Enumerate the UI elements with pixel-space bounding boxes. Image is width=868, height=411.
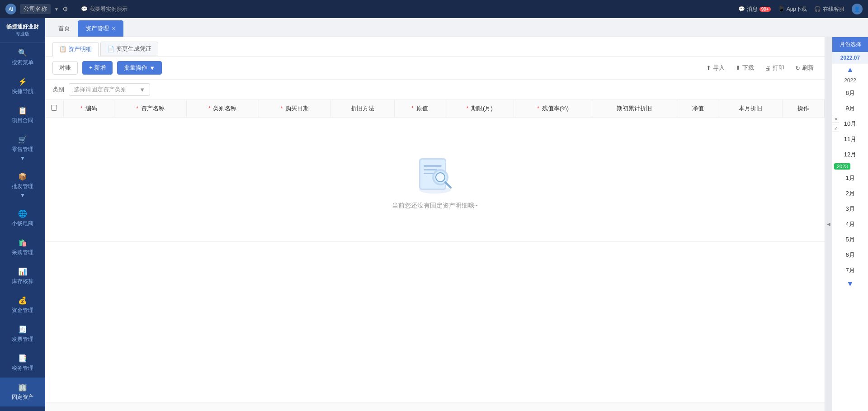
month-2022-08[interactable]: 8月 — [832, 85, 868, 101]
col-residual-rate: * 残值率(%) — [514, 100, 592, 118]
sidebar-item-fixed-assets[interactable]: 🏢 固定资产 — [0, 378, 45, 406]
col-code-label: 编码 — [85, 105, 97, 112]
sidebar-item-quick-nav[interactable]: ⚡ 快捷导航 — [0, 72, 45, 101]
month-2022-11[interactable]: 11月 — [832, 132, 868, 147]
message-icon: 💬 — [738, 6, 745, 12]
import-label: 导入 — [713, 64, 725, 72]
header-left: Ai 公司名称 ▼ ⚙ 💬 我要看实例演示 — [5, 4, 127, 14]
empty-state: 当前您还没有固定资产明细哦~ — [51, 122, 819, 237]
month-2022-12[interactable]: 12月 — [832, 147, 868, 162]
demo-link[interactable]: 💬 我要看实例演示 — [81, 5, 127, 13]
wholesale-icon: 📦 — [18, 172, 27, 181]
sub-tab-voucher-label: 变更生成凭证 — [116, 45, 151, 53]
col-depreciation-method: 折旧方法 — [331, 100, 394, 118]
sub-tab-change-voucher[interactable]: 📄 变更生成凭证 — [100, 42, 158, 56]
month-panel-toggle[interactable]: ◀ — [825, 37, 832, 411]
month-2022-09[interactable]: 9月 — [832, 101, 868, 116]
col-category-label: 类别名称 — [213, 105, 236, 112]
select-all-checkbox[interactable] — [51, 105, 57, 111]
month-panel-header: 月份选择 — [832, 37, 868, 52]
sidebar-label-fixed-assets: 固定资产 — [12, 393, 33, 401]
tab-close-icon[interactable]: ✕ — [112, 26, 116, 32]
sidebar-item-salary[interactable]: 💵 工资 — [0, 406, 45, 411]
app-name: 畅捷通好业财 — [4, 24, 42, 31]
month-2023-01[interactable]: 1月 — [832, 170, 868, 186]
month-2023-04[interactable]: 4月 — [832, 217, 868, 232]
bottom-bar — [45, 402, 825, 411]
col-category: * 类别名称 — [186, 100, 259, 118]
toolbar: 对账 + 新增 批量操作 ▼ ⬆ 导入 ⬇ 下载 — [45, 57, 825, 80]
sidebar-label-wholesale: 批发管理 — [12, 183, 33, 190]
tab-home[interactable]: 首页 — [51, 20, 78, 37]
month-2023-07[interactable]: 7月 — [832, 263, 868, 278]
sidebar-item-inventory[interactable]: 📊 库存核算 — [0, 262, 45, 291]
category-filter-select[interactable]: 选择请固定资产类别 ▼ — [69, 83, 150, 96]
sidebar-label-ecommerce: 小畅电商 — [12, 220, 33, 227]
month-up-arrow[interactable]: ▲ — [832, 64, 868, 76]
settings-icon[interactable]: ⚙ — [62, 5, 68, 13]
sidebar-item-project[interactable]: 📋 项目合同 — [0, 101, 45, 130]
svg-rect-4 — [424, 169, 437, 170]
selected-period: 2022.07 — [832, 52, 868, 64]
month-down-arrow[interactable]: ▼ — [832, 278, 868, 290]
month-2023-06[interactable]: 6月 — [832, 247, 868, 263]
download-button[interactable]: ⬇ 下载 — [732, 61, 758, 74]
project-icon: 📋 — [18, 106, 27, 115]
asset-table: * 编码 * 资产名称 * 类别名称 — [45, 100, 825, 242]
sub-tab-asset-detail[interactable]: 📋 资产明细 — [52, 42, 99, 57]
col-orig-value-label: 原值 — [416, 105, 428, 112]
tab-bar: 首页 资产管理 ✕ — [45, 18, 868, 37]
user-avatar: Ai — [5, 4, 16, 14]
app-download-button[interactable]: 📱 App下载 — [778, 5, 807, 13]
print-button[interactable]: 🖨 打印 — [761, 61, 788, 74]
col-net-value-label: 净值 — [692, 105, 704, 112]
empty-text: 当前您还没有固定资产明细哦~ — [392, 202, 478, 210]
search-icon: 🔍 — [18, 48, 27, 57]
sidebar-item-retail[interactable]: 🛒 零售管理 ▼ — [0, 130, 45, 167]
fixed-assets-icon: 🏢 — [18, 383, 27, 392]
panel-close-button[interactable]: ✕ — [832, 115, 839, 123]
messages-badge: 99+ — [760, 7, 771, 12]
import-button[interactable]: ⬆ 导入 — [703, 61, 728, 74]
col-period: * 期限(月) — [445, 100, 514, 118]
sidebar-item-search[interactable]: 🔍 搜索菜单 — [0, 43, 45, 72]
sidebar-item-finance[interactable]: 💰 资金管理 — [0, 291, 45, 320]
month-selector-panel: 月份选择 2022.07 ▲ 2022 8月 9月 10月 11月 12月 20… — [832, 37, 868, 411]
messages-button[interactable]: 💬 消息 99+ — [738, 5, 771, 13]
add-button[interactable]: + 新增 — [82, 61, 113, 75]
company-name[interactable]: 公司名称 — [20, 4, 51, 14]
phone-icon: 📱 — [778, 6, 785, 12]
user-profile[interactable]: 👤 — [852, 4, 863, 14]
col-monthly-dep-label: 本月折旧 — [739, 105, 762, 112]
filter-dropdown-icon: ▼ — [139, 86, 145, 93]
month-2023-02[interactable]: 2月 — [832, 186, 868, 201]
sub-tab-bar: 📋 资产明细 📄 变更生成凭证 — [45, 37, 825, 57]
col-period-label: 期限(月) — [471, 105, 493, 112]
refresh-button[interactable]: ↻ 刷新 — [792, 61, 817, 74]
sidebar-item-ecommerce[interactable]: 🌐 小畅电商 — [0, 204, 45, 233]
reconcile-button[interactable]: 对账 — [52, 61, 78, 75]
month-2023-05[interactable]: 5月 — [832, 232, 868, 247]
batch-button[interactable]: 批量操作 ▼ — [117, 61, 162, 75]
panel-expand-button[interactable]: ⤢ — [832, 124, 839, 132]
page-content: 📋 资产明细 📄 变更生成凭证 对账 + 新增 批量操作 ▼ — [45, 37, 868, 411]
sidebar-item-wholesale[interactable]: 📦 批发管理 ▼ — [0, 167, 45, 204]
online-service-button[interactable]: 🎧 在线客服 — [814, 5, 844, 13]
download-icon: ⬇ — [736, 65, 741, 71]
tab-home-label: 首页 — [58, 24, 70, 33]
company-dropdown-icon[interactable]: ▼ — [54, 7, 59, 12]
tab-asset-management[interactable]: 资产管理 ✕ — [78, 20, 123, 37]
sidebar-item-invoice[interactable]: 🧾 发票管理 — [0, 320, 45, 349]
main-layout: 畅捷通好业财 专业版 🔍 搜索菜单 ⚡ 快捷导航 📋 项目合同 🛒 零售管理 ▼… — [0, 18, 868, 411]
sidebar-item-tax[interactable]: 📑 税务管理 — [0, 349, 45, 378]
sidebar-item-purchase[interactable]: 🛍️ 采购管理 — [0, 233, 45, 262]
col-name-label: 资产名称 — [141, 105, 165, 112]
panel-controls: ✕ ⤢ — [832, 115, 839, 132]
sub-tab-detail-icon: 📋 — [59, 46, 66, 52]
empty-state-cell: 当前您还没有固定资产明细哦~ — [45, 118, 825, 242]
toggle-icon: ◀ — [827, 222, 830, 227]
col-name: * 资产名称 — [114, 100, 186, 118]
month-2023-03[interactable]: 3月 — [832, 201, 868, 217]
empty-illustration — [408, 149, 462, 194]
year-2023-badge: 2023 — [834, 163, 850, 170]
